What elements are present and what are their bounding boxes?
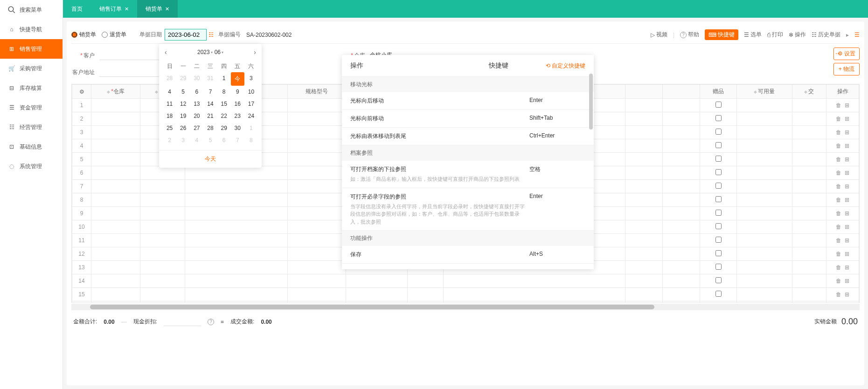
discount-input[interactable]	[164, 317, 201, 326]
sidebar-item-system[interactable]: ◌系统管理	[0, 157, 62, 176]
cal-day[interactable]: 17	[244, 98, 258, 110]
cal-day[interactable]: 8	[217, 86, 231, 98]
cal-day[interactable]: 2	[163, 134, 176, 146]
doc-type-return[interactable]: 退货单	[102, 31, 126, 39]
cal-day[interactable]: 30	[231, 122, 244, 134]
delete-icon[interactable]: 🗑	[835, 170, 842, 176]
horizontal-scrollbar[interactable]	[71, 304, 860, 310]
calendar-icon[interactable]: ☷	[208, 32, 214, 38]
cal-day[interactable]: 14	[203, 98, 217, 110]
cal-day[interactable]: 16	[231, 98, 244, 110]
copy-icon[interactable]: ⊞	[844, 197, 850, 203]
table-row[interactable]: 16🗑⊞	[72, 301, 859, 303]
copy-icon[interactable]: ⊞	[844, 210, 850, 217]
copy-icon[interactable]: ⊞	[844, 170, 850, 176]
copy-icon[interactable]: ⊞	[844, 291, 850, 298]
copy-icon[interactable]: ⊞	[844, 143, 850, 149]
cal-day[interactable]: 20	[190, 110, 203, 122]
cal-day[interactable]: 30	[190, 72, 203, 86]
gift-checkbox[interactable]	[715, 223, 722, 229]
cal-day[interactable]: 今	[231, 72, 244, 86]
cal-year-select[interactable]: 2023▾	[197, 49, 213, 55]
delete-icon[interactable]: 🗑	[835, 183, 842, 190]
gift-checkbox[interactable]	[715, 291, 722, 297]
sidebar-item-funds[interactable]: ☰资金管理	[0, 98, 62, 117]
tb-more[interactable]: ▸	[846, 32, 849, 38]
delete-icon[interactable]: 🗑	[835, 237, 842, 244]
tb-print[interactable]: ⎙打印	[767, 31, 783, 39]
cal-day[interactable]: 5	[203, 134, 217, 146]
cal-day[interactable]: 3	[176, 134, 190, 146]
tab[interactable]: 销货单✕	[137, 0, 178, 18]
cal-day[interactable]: 9	[231, 86, 244, 98]
info-icon[interactable]: ?	[208, 319, 214, 325]
copy-icon[interactable]: ⊞	[844, 224, 850, 230]
cal-day[interactable]: 11	[163, 98, 176, 110]
gift-checkbox[interactable]	[715, 169, 722, 175]
sidebar-item-home[interactable]: ⌂快捷导航	[0, 20, 62, 39]
cal-day[interactable]: 4	[190, 134, 203, 146]
tb-history[interactable]: ☷历史单据	[812, 31, 840, 39]
cal-day[interactable]: 18	[163, 110, 176, 122]
gift-checkbox[interactable]	[715, 264, 722, 270]
form-more-icon[interactable]: ⋯	[835, 50, 841, 57]
cal-day[interactable]: 28	[203, 122, 217, 134]
delete-icon[interactable]: 🗑	[835, 143, 842, 149]
gift-checkbox[interactable]	[715, 250, 722, 256]
delete-icon[interactable]: 🗑	[835, 156, 842, 163]
sidebar-item-inventory[interactable]: ⊟库存核算	[0, 78, 62, 98]
sidebar-search[interactable]: 搜索菜单	[0, 0, 62, 20]
cal-next-icon[interactable]: ›	[254, 48, 256, 56]
cal-day[interactable]: 1	[217, 72, 231, 86]
gift-checkbox[interactable]	[715, 277, 722, 283]
tb-video[interactable]: ▷视频	[651, 31, 667, 39]
delete-icon[interactable]: 🗑	[835, 197, 842, 203]
sp-custom-btn[interactable]: ⟲自定义快捷键	[546, 62, 585, 70]
copy-icon[interactable]: ⊞	[844, 156, 850, 163]
cal-day[interactable]: 8	[244, 134, 258, 146]
sidebar-item-base[interactable]: ⊡基础信息	[0, 137, 62, 157]
cal-month-select[interactable]: 06▾	[215, 49, 223, 55]
cal-day[interactable]: 4	[163, 86, 176, 98]
cal-prev-icon[interactable]: ‹	[165, 48, 167, 56]
cal-day[interactable]: 6	[190, 86, 203, 98]
cal-day[interactable]: 13	[190, 98, 203, 110]
cal-day[interactable]: 29	[217, 122, 231, 134]
copy-icon[interactable]: ⊞	[844, 278, 850, 284]
cal-day[interactable]: 23	[231, 110, 244, 122]
cal-day[interactable]: 28	[163, 72, 176, 86]
copy-icon[interactable]: ⊞	[844, 129, 850, 136]
tb-expand[interactable]: ☰	[854, 32, 860, 38]
gift-checkbox[interactable]	[715, 156, 722, 162]
sidebar-item-purchase[interactable]: 🛒采购管理	[0, 59, 62, 78]
cal-day[interactable]: 3	[244, 72, 258, 86]
cal-day[interactable]: 15	[217, 98, 231, 110]
gift-checkbox[interactable]	[715, 183, 722, 189]
doc-type-sale[interactable]: 销货单	[71, 31, 96, 39]
gift-checkbox[interactable]	[715, 210, 722, 216]
copy-icon[interactable]: ⊞	[844, 102, 850, 109]
delete-icon[interactable]: 🗑	[835, 251, 842, 257]
delete-icon[interactable]: 🗑	[835, 129, 842, 136]
cal-day[interactable]: 29	[176, 72, 190, 86]
close-icon[interactable]: ✕	[165, 6, 169, 12]
date-input[interactable]	[165, 29, 207, 41]
delete-icon[interactable]: 🗑	[835, 291, 842, 298]
tb-select[interactable]: ☰选单	[744, 31, 762, 39]
panel-scrollbar[interactable]	[589, 74, 593, 268]
table-row[interactable]: 15🗑⊞	[72, 288, 859, 301]
cal-day[interactable]: 6	[217, 134, 231, 146]
copy-icon[interactable]: ⊞	[844, 264, 850, 271]
delete-icon[interactable]: 🗑	[835, 102, 842, 109]
gift-checkbox[interactable]	[715, 102, 722, 108]
cal-today-btn[interactable]: 今天	[159, 150, 262, 168]
gift-checkbox[interactable]	[715, 115, 722, 121]
gift-checkbox[interactable]	[715, 142, 722, 148]
cal-day[interactable]: 10	[244, 86, 258, 98]
tb-action[interactable]: ✻操作	[789, 31, 806, 39]
delete-icon[interactable]: 🗑	[835, 224, 842, 230]
cal-day[interactable]: 31	[203, 72, 217, 86]
copy-icon[interactable]: ⊞	[844, 183, 850, 190]
tab[interactable]: 销售订单✕	[91, 0, 137, 18]
gear-header-icon[interactable]: ⚙	[79, 89, 84, 95]
